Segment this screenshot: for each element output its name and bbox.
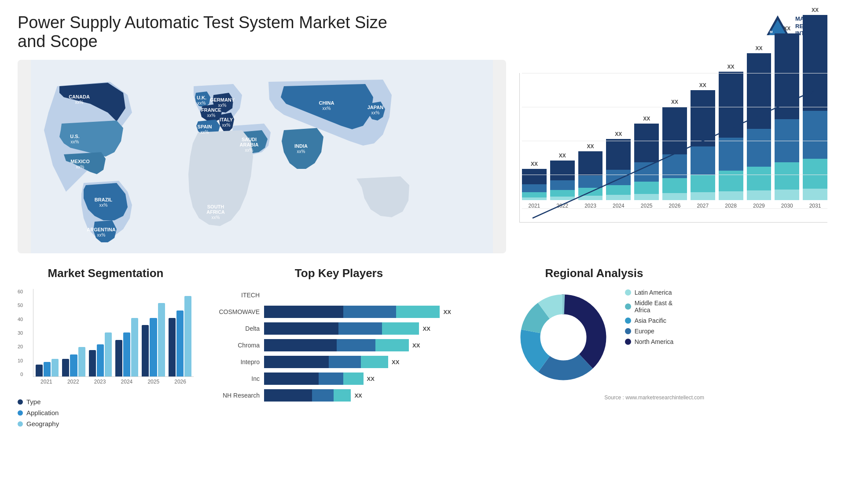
dot-latin-america — [625, 289, 631, 296]
bar-label-2021: XX — [531, 161, 538, 167]
svg-text:xx%: xx% — [76, 164, 84, 169]
svg-text:xx%: xx% — [201, 130, 209, 135]
legend-dot-type — [18, 399, 23, 405]
player-intepro: Intepro XX — [207, 356, 471, 368]
bar-2022: XX 2022 — [550, 73, 575, 209]
svg-text:xx%: xx% — [212, 215, 220, 220]
svg-text:xx%: xx% — [99, 203, 108, 208]
player-name-nhresearch: NH Research — [207, 392, 260, 399]
svg-text:M: M — [770, 30, 773, 34]
svg-text:xx%: xx% — [71, 139, 79, 144]
svg-text:BRAZIL: BRAZIL — [95, 197, 113, 202]
svg-text:SOUTH: SOUTH — [207, 204, 224, 209]
donut-svg — [515, 289, 612, 386]
svg-text:xx%: xx% — [245, 148, 254, 153]
player-bar-delta: XX — [264, 322, 471, 335]
segmentation-title: Market Segmentation — [18, 267, 194, 280]
seg-group-2022 — [62, 347, 85, 376]
bar-2021: XX 2021 — [522, 73, 547, 209]
dot-asia-pacific — [625, 318, 631, 324]
legend-label-type: Type — [26, 398, 41, 405]
players-list: ITECH COSMOWAVE XX Delta — [207, 289, 471, 402]
bar-chart-container: XX 2021 XX — [519, 60, 827, 253]
svg-text:FRANCE: FRANCE — [201, 107, 221, 113]
svg-text:CANADA: CANADA — [69, 94, 90, 99]
key-players-section: Top Key Players ITECH COSMOWAVE XX — [207, 267, 471, 427]
label-latin-america: Latin America — [635, 289, 672, 296]
svg-text:xx%: xx% — [198, 101, 206, 106]
player-name-cosmowave: COSMOWAVE — [207, 308, 260, 315]
label-asia-pacific: Asia Pacific — [635, 317, 666, 324]
regional-title: Regional Analysis — [484, 267, 704, 280]
player-bar-cosmowave: XX — [264, 306, 471, 318]
bar-2031: XX 2031 — [803, 73, 827, 209]
player-cosmowave: COSMOWAVE XX — [207, 306, 471, 318]
page-header: Power Supply Automatic Test System Marke… — [18, 13, 827, 51]
seg-group-2024 — [115, 318, 138, 376]
svg-text:JAPAN: JAPAN — [367, 105, 384, 110]
donut-chart — [515, 289, 612, 386]
svg-text:ITALY: ITALY — [220, 117, 233, 122]
legend-label-geography: Geography — [26, 420, 59, 427]
player-name-delta: Delta — [207, 325, 260, 332]
svg-text:xx%: xx% — [323, 106, 331, 111]
legend-north-america: North America — [625, 338, 674, 345]
dot-north-america — [625, 339, 631, 345]
bar-2028: XX 2028 — [719, 73, 743, 209]
legend-geography: Geography — [18, 420, 194, 427]
svg-text:MEXICO: MEXICO — [70, 159, 90, 164]
seg-group-2025 — [142, 303, 165, 376]
regional-inner: Latin America Middle East &Africa Asia P… — [484, 289, 704, 386]
svg-text:U.S.: U.S. — [70, 134, 79, 139]
svg-text:xx%: xx% — [222, 123, 231, 128]
svg-point-43 — [540, 314, 586, 360]
svg-text:SAUDI: SAUDI — [242, 137, 257, 142]
legend-middle-east: Middle East &Africa — [625, 299, 674, 314]
player-nhresearch: NH Research XX — [207, 389, 471, 402]
svg-text:xx%: xx% — [371, 110, 380, 115]
svg-text:xx%: xx% — [297, 149, 305, 154]
bar-2024: XX 2024 — [606, 73, 631, 209]
bar-2026: XX 2026 — [662, 73, 687, 209]
player-bar-itech — [264, 289, 471, 301]
bar-2030: XX 2030 — [775, 73, 799, 209]
legend-application: Application — [18, 409, 194, 416]
legend-latin-america: Latin America — [625, 289, 674, 296]
svg-text:xx%: xx% — [218, 103, 227, 108]
svg-text:ARABIA: ARABIA — [240, 142, 259, 147]
segmentation-section: Market Segmentation 60 50 40 30 20 10 0 — [18, 267, 194, 427]
svg-text:xx%: xx% — [97, 233, 106, 237]
key-players-title: Top Key Players — [207, 267, 471, 280]
player-name-itech: ITECH — [207, 292, 260, 299]
svg-text:U.K.: U.K. — [197, 95, 206, 100]
player-name-inc: Inc — [207, 375, 260, 382]
svg-text:CHINA: CHINA — [319, 100, 334, 106]
player-chroma: Chroma XX — [207, 339, 471, 351]
svg-text:xx%: xx% — [75, 100, 84, 105]
label-middle-east: Middle East &Africa — [635, 299, 672, 314]
svg-text:ARGENTINA: ARGENTINA — [87, 227, 115, 232]
world-map-svg: CANADA xx% U.S. xx% MEXICO xx% BRAZIL xx… — [18, 60, 506, 253]
bar-2023: XX 2023 — [578, 73, 603, 209]
player-bar-chroma: XX — [264, 339, 471, 351]
regional-section: Regional Analysis — [484, 267, 704, 427]
seg-group-2026 — [169, 296, 191, 376]
dot-europe — [625, 328, 631, 334]
top-section: CANADA xx% U.S. xx% MEXICO xx% BRAZIL xx… — [18, 60, 827, 253]
svg-text:SPAIN: SPAIN — [198, 124, 212, 129]
svg-text:INDIA: INDIA — [294, 143, 308, 149]
svg-text:AFRICA: AFRICA — [206, 209, 225, 215]
legend-type: Type — [18, 398, 194, 405]
bar-2025: XX 2025 — [634, 73, 659, 209]
bar-2027: XX 2027 — [691, 73, 715, 209]
bar-2029: XX 2029 — [747, 73, 772, 209]
legend-europe: Europe — [625, 328, 674, 335]
legend-dot-geography — [18, 421, 23, 427]
player-bar-nhresearch: XX — [264, 389, 471, 402]
player-name-chroma: Chroma — [207, 342, 260, 349]
svg-text:GERMANY: GERMANY — [210, 97, 235, 102]
map-container: CANADA xx% U.S. xx% MEXICO xx% BRAZIL xx… — [18, 60, 506, 253]
player-bar-inc: XX — [264, 373, 471, 385]
player-bar-intepro: XX — [264, 356, 471, 368]
player-inc: Inc XX — [207, 373, 471, 385]
